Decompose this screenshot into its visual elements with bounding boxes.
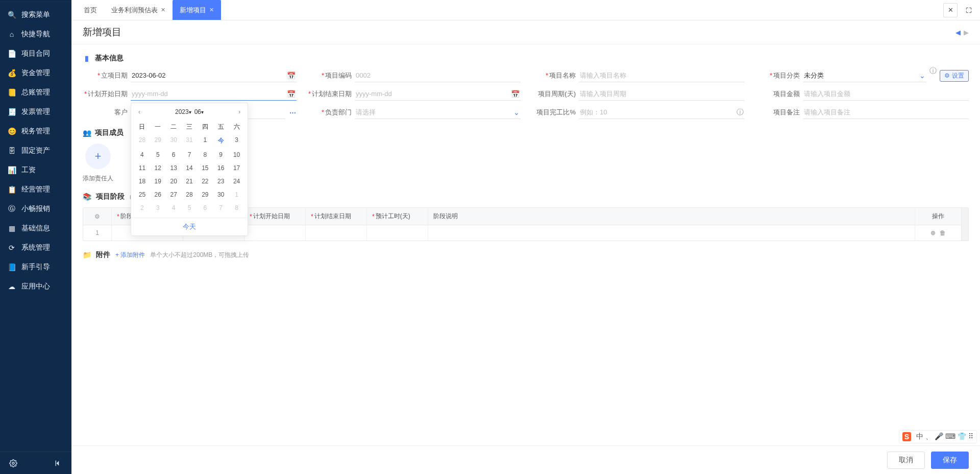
sidebar-item-9[interactable]: 📋经营管理 — [0, 180, 71, 199]
sidebar-item-1[interactable]: ⌂快捷导航 — [0, 25, 71, 44]
day-cell[interactable]: 8 — [197, 148, 213, 161]
ime-item[interactable]: ⠿ — [968, 432, 973, 440]
day-cell[interactable]: 24 — [229, 175, 244, 188]
day-cell[interactable]: 5 — [182, 201, 198, 215]
delete-row-icon[interactable]: 🗑 — [940, 229, 946, 236]
cancel-button[interactable]: 取消 — [887, 452, 925, 469]
plan-start-input[interactable] — [131, 87, 297, 101]
help-icon[interactable]: ⓘ — [929, 66, 937, 76]
sidebar-item-14[interactable]: ☁应用中心 — [0, 277, 71, 296]
day-cell[interactable]: 30 — [213, 188, 229, 201]
table-scrollbar[interactable] — [961, 208, 968, 241]
setup-date-input[interactable] — [131, 69, 297, 82]
day-cell[interactable]: 4 — [134, 148, 150, 161]
day-cell[interactable]: 23 — [213, 175, 229, 188]
day-cell[interactable]: 25 — [134, 188, 150, 201]
day-cell[interactable]: 19 — [150, 175, 166, 188]
cycle-input[interactable] — [579, 87, 745, 101]
day-cell[interactable]: 29 — [197, 188, 213, 201]
day-cell[interactable]: 15 — [197, 161, 213, 175]
day-cell[interactable]: 8 — [229, 201, 244, 215]
day-cell[interactable]: 3 — [150, 201, 166, 215]
ime-item[interactable]: 🎤 — [935, 432, 943, 440]
gear-icon[interactable]: ⚙ — [94, 213, 100, 220]
prev-month-icon[interactable]: ‹ — [136, 107, 142, 116]
remark-input[interactable] — [803, 106, 969, 119]
sidebar-item-6[interactable]: 😊税务管理 — [0, 122, 71, 141]
add-attachment-button[interactable]: + 添加附件 — [115, 251, 145, 259]
tab-0[interactable]: 首页 — [77, 0, 104, 20]
help-icon[interactable]: ⓘ — [737, 108, 744, 117]
day-cell[interactable]: 7 — [182, 148, 198, 161]
sidebar-item-12[interactable]: ⟳系统管理 — [0, 238, 71, 257]
day-cell[interactable]: 7 — [213, 201, 229, 215]
ime-item[interactable]: 中 — [916, 432, 923, 440]
day-cell[interactable]: 13 — [166, 161, 182, 175]
sidebar-item-4[interactable]: 📒总账管理 — [0, 83, 71, 102]
sidebar-item-7[interactable]: 🗄固定资产 — [0, 141, 71, 160]
close-icon[interactable]: ✕ — [161, 7, 165, 13]
today-button[interactable]: 今天 — [131, 218, 248, 235]
save-button[interactable]: 保存 — [931, 452, 969, 469]
plan-end-input[interactable] — [355, 87, 521, 101]
phase-end-cell[interactable] — [306, 225, 367, 241]
add-owner-card[interactable]: + 添加责任人 — [83, 144, 113, 183]
day-cell[interactable]: 18 — [134, 175, 150, 188]
name-input[interactable] — [579, 69, 745, 82]
sidebar-item-5[interactable]: 🧾发票管理 — [0, 102, 71, 122]
category-select[interactable] — [803, 69, 926, 82]
day-cell[interactable]: 今 — [213, 133, 229, 148]
gear-icon[interactable] — [9, 459, 17, 467]
day-cell[interactable]: 27 — [166, 188, 182, 201]
ime-item[interactable]: ⌨ — [945, 432, 955, 440]
tab-2[interactable]: 新增项目✕ — [173, 0, 221, 20]
day-cell[interactable]: 28 — [182, 188, 198, 201]
day-cell[interactable]: 29 — [150, 133, 166, 148]
next-page-icon[interactable]: ▶ — [964, 29, 969, 36]
dept-select[interactable] — [355, 106, 521, 119]
day-cell[interactable]: 2 — [134, 201, 150, 215]
day-cell[interactable]: 21 — [182, 175, 198, 188]
code-input[interactable] — [355, 69, 521, 82]
plus-icon[interactable]: + — [85, 144, 111, 169]
day-cell[interactable]: 28 — [134, 133, 150, 148]
day-cell[interactable]: 22 — [197, 175, 213, 188]
day-cell[interactable]: 6 — [197, 201, 213, 215]
day-cell[interactable]: 3 — [229, 133, 244, 148]
dp-year[interactable]: 2023▾ — [175, 108, 191, 115]
day-cell[interactable]: 9 — [213, 148, 229, 161]
day-cell[interactable]: 26 — [150, 188, 166, 201]
day-cell[interactable]: 1 — [197, 133, 213, 148]
complete-pct-input[interactable] — [579, 106, 745, 119]
day-cell[interactable]: 11 — [134, 161, 150, 175]
dp-month[interactable]: 06▾ — [194, 108, 204, 115]
day-cell[interactable]: 14 — [182, 161, 198, 175]
amount-input[interactable] — [803, 87, 969, 101]
day-cell[interactable]: 1 — [229, 188, 244, 201]
sidebar-item-10[interactable]: Ⓖ小畅报销 — [0, 199, 71, 219]
ime-item[interactable]: 、 — [925, 432, 933, 440]
day-cell[interactable]: 17 — [229, 161, 244, 175]
day-cell[interactable]: 16 — [213, 161, 229, 175]
sidebar-item-0[interactable]: 🔍搜索菜单 — [0, 5, 71, 25]
phase-start-cell[interactable] — [244, 225, 306, 241]
customer-more-button[interactable]: ⋯ — [289, 109, 297, 116]
prev-page-icon[interactable]: ◀ — [955, 29, 961, 36]
sidebar-item-11[interactable]: ▦基础信息 — [0, 219, 71, 238]
sidebar-item-2[interactable]: 📄项目合同 — [0, 44, 71, 63]
ime-item[interactable]: 👕 — [958, 432, 966, 440]
close-all-button[interactable]: ✕ — [943, 3, 958, 17]
close-icon[interactable]: ✕ — [209, 7, 214, 13]
next-month-icon[interactable]: › — [236, 107, 242, 116]
day-cell[interactable]: 30 — [166, 133, 182, 148]
add-row-icon[interactable]: ⊕ — [930, 229, 936, 236]
day-cell[interactable]: 10 — [229, 148, 244, 161]
sidebar-item-13[interactable]: 📘新手引导 — [0, 257, 71, 277]
day-cell[interactable]: 20 — [166, 175, 182, 188]
settings-button[interactable]: ⚙ 设置 — [940, 70, 969, 82]
day-cell[interactable]: 4 — [166, 201, 182, 215]
sidebar-item-3[interactable]: 💰资金管理 — [0, 63, 71, 83]
day-cell[interactable]: 31 — [182, 133, 198, 148]
sidebar-item-8[interactable]: 📊工资 — [0, 160, 71, 180]
tab-1[interactable]: 业务利润预估表✕ — [104, 0, 173, 20]
